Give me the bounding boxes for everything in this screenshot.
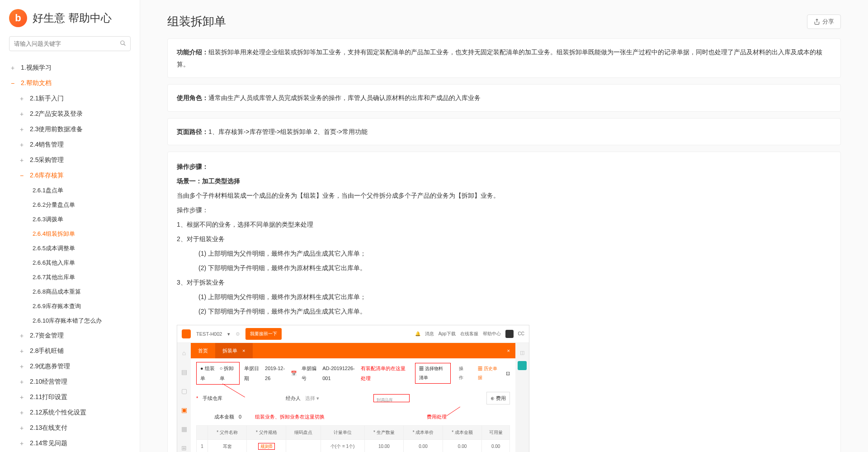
ss-th: 计量单位 <box>321 426 364 440</box>
plus-icon: + <box>18 332 25 339</box>
ss-th: 细码盘点 <box>286 426 321 440</box>
ss-table-row: 1耳套规则B个(个 = 1个)10.000.000.000.00 <box>197 440 510 452</box>
ss-msg: 消息 <box>425 329 434 338</box>
nav-2-6-4[interactable]: 2.6.4组装拆卸单 <box>33 227 131 241</box>
ss-annotation-3: 费用处理 <box>427 412 447 422</box>
nav-2-13[interactable]: +2.13在线支付 <box>18 420 131 436</box>
nav-2-1[interactable]: +2.1新手入门 <box>18 91 131 106</box>
ss-th: * 成本单价 <box>404 426 443 440</box>
plus-icon: + <box>18 363 25 370</box>
nav-2-6-6[interactable]: 2.6.6其他入库单 <box>33 256 131 270</box>
nav-2-6-8[interactable]: 2.6.8商品成本重算 <box>33 285 131 299</box>
search-input[interactable] <box>9 36 131 51</box>
ss-arrow-line-icon <box>447 407 460 416</box>
ss-box-icon: ▢ <box>181 385 187 397</box>
sidebar: b 好生意 帮助中心 +1.视频学习 −2.帮助文档 +2.1新手入门 +2.2… <box>0 0 140 452</box>
nav-2-6-2[interactable]: 2.6.2分量盘点单 <box>33 198 131 212</box>
nav-2-6[interactable]: −2.6库存核算 <box>18 168 131 183</box>
nav-2-9[interactable]: +2.9优惠券管理 <box>18 359 131 374</box>
ss-avatar-icon <box>505 330 514 338</box>
embedded-screenshot: TEST-H002 ▾ ⚙ 我要接班一下 🔔消息 App下载 在线客服 帮助中心… <box>177 325 529 452</box>
nav-2-7[interactable]: +2.7资金管理 <box>18 328 131 343</box>
minus-icon: − <box>9 80 16 87</box>
role-text: 通常由生产人员或库管人员完成拆装业务的操作，库管人员确认原材料的出库和产成品的入… <box>208 94 481 101</box>
minus-icon: − <box>18 172 25 179</box>
nav-label: 2.6.5成本调整单 <box>33 244 75 252</box>
ss-choose-btn: ☰ 选择物料清单 <box>415 363 450 384</box>
ss-th: * 成本金额 <box>443 426 482 440</box>
ss-arrow-line-icon <box>222 384 245 397</box>
nav-2-6-10[interactable]: 2.6.10库存账本错了怎么办 <box>33 314 131 328</box>
svg-line-4 <box>447 407 460 416</box>
search-icon[interactable] <box>120 40 126 48</box>
step3-2: (2) 下部明细为子件明细，最终作为产成品生成其它入库单。 <box>177 305 831 318</box>
svg-line-3 <box>222 384 245 397</box>
ss-doc-icon: ▤ <box>181 366 187 378</box>
nav-2-8[interactable]: +2.8手机旺铺 <box>18 343 131 359</box>
plus-icon: + <box>18 141 25 148</box>
ss-widget-icon: ◫ <box>520 347 524 357</box>
ss-fee-btn: ⊕ 费用 <box>486 392 510 404</box>
path-text: 1、库存核算->库存管理->组装拆卸单 2、首页->常用功能 <box>208 128 368 135</box>
step2: 2、对于组装业务 <box>177 233 831 245</box>
plus-icon: + <box>18 424 25 432</box>
ss-help: 帮助中心 <box>483 329 501 338</box>
nav-label: 2.6.10库存账本错了怎么办 <box>33 317 102 325</box>
ss-teal-icon <box>518 361 527 370</box>
nav-video-learning[interactable]: +1.视频学习 <box>9 60 131 76</box>
nav-label: 2.2产品安装及登录 <box>30 110 83 118</box>
nav-label: 2.10经营管理 <box>30 378 67 386</box>
nav-2-5[interactable]: +2.5采购管理 <box>18 152 131 168</box>
role-label: 使用角色： <box>177 94 208 101</box>
site-title: 好生意 帮助中心 <box>33 11 112 25</box>
search-box <box>9 36 131 51</box>
nav-2-6-5[interactable]: 2.6.5成本调整单 <box>33 241 131 256</box>
ss-topbar: TEST-H002 ▾ ⚙ 我要接班一下 🔔消息 App下载 在线客服 帮助中心… <box>177 325 529 343</box>
ss-user: TEST-H002 <box>196 329 222 339</box>
nav-help-docs[interactable]: −2.帮助文档 <box>9 76 131 91</box>
nav-label: 2.6.7其他出库单 <box>33 273 75 281</box>
ss-logo-icon <box>182 329 191 338</box>
ss-bell-icon: 🔔 <box>415 329 420 338</box>
nav-2-6-1[interactable]: 2.6.1盘点单 <box>33 183 131 198</box>
share-icon <box>814 19 820 25</box>
nav-label: 2.6.9库存账本查询 <box>33 302 81 310</box>
nav-2-14[interactable]: +2.14常见问题 <box>18 436 131 451</box>
nav-2-6-9[interactable]: 2.6.9库存账本查询 <box>33 299 131 314</box>
ss-left-sidebar: ⌂ ▤ ▢ ▣ ▦ ⊞ ⊕ <box>177 343 191 452</box>
ss-bag-icon: ▣ <box>181 404 187 416</box>
nav-label: 2.6.8商品成本重算 <box>33 288 81 296</box>
nav-2-10[interactable]: +2.10经营管理 <box>18 374 131 390</box>
plus-icon: + <box>18 440 25 447</box>
nav-label: 2.4销售管理 <box>30 141 64 149</box>
ss-order-label: 单据编号 <box>302 363 318 383</box>
nav-label: 2.6.2分量盘点单 <box>33 201 75 209</box>
svg-line-1 <box>124 44 126 46</box>
plus-icon: + <box>18 378 25 385</box>
nav-2-11[interactable]: +2.11打印设置 <box>18 390 131 405</box>
intro-label: 功能介绍： <box>177 48 208 56</box>
nav-2-6-3[interactable]: 2.6.3调拨单 <box>33 212 131 227</box>
step3: 3、对于拆装业务 <box>177 276 831 289</box>
nav-2-4[interactable]: +2.4销售管理 <box>18 137 131 152</box>
nav-2-6-7[interactable]: 2.6.7其他出库单 <box>33 270 131 285</box>
nav-label: 2.9优惠券管理 <box>30 362 70 371</box>
plus-icon: + <box>18 126 25 133</box>
nav-2-3[interactable]: +2.3使用前数据准备 <box>18 122 131 137</box>
share-button[interactable]: 分享 <box>807 14 841 29</box>
role-card: 使用角色：通常由生产人员或库管人员完成拆装业务的操作，库管人员确认原材料的出库和… <box>167 84 841 112</box>
ss-home-icon: ⌂ <box>182 347 186 359</box>
nav-label: 2.3使用前数据准备 <box>30 125 83 133</box>
nav-2-2[interactable]: +2.2产品安装及登录 <box>18 106 131 122</box>
ss-annotation-2: 组装业务、拆卸业务在这里切换 <box>255 412 325 422</box>
ss-date-label: 单据日期 <box>244 363 261 383</box>
step2-1: (1) 上部明细为父件明细，最终作为产成品生成其它入库单； <box>177 247 831 260</box>
steps-heading: 操作步骤： <box>177 160 831 173</box>
nav-label: 1.视频学习 <box>21 64 52 72</box>
nav-label: 2.12系统个性化设置 <box>30 409 86 417</box>
ss-order-value: AD-20191226-001 <box>322 363 356 383</box>
nav-2-12[interactable]: +2.12系统个性化设置 <box>18 405 131 420</box>
ss-th: * 父件规格 <box>247 426 286 440</box>
ss-cc: CC <box>518 329 524 338</box>
ss-field1: 手续仓库 <box>203 393 222 403</box>
